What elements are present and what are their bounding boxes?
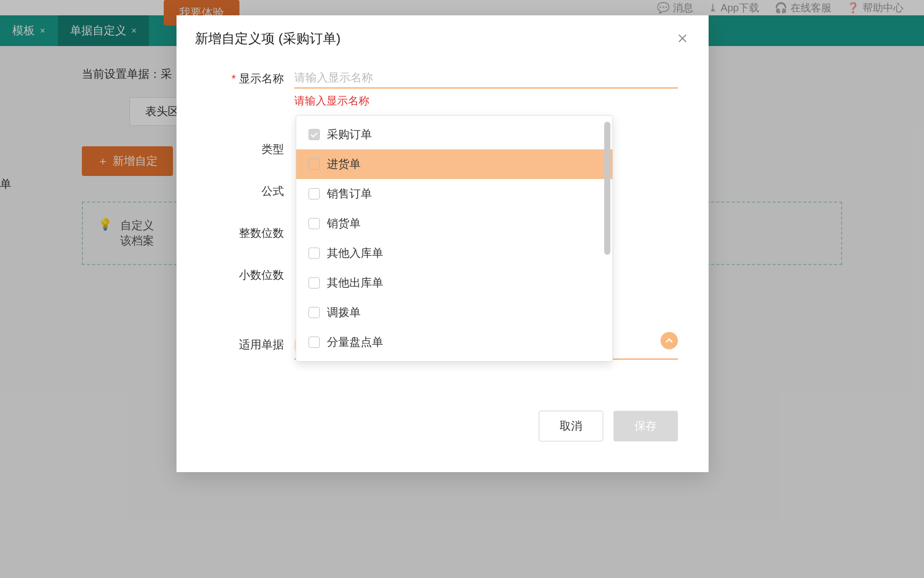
cancel-button[interactable]: 取消 (539, 411, 603, 441)
option-label: 采购订单 (327, 127, 372, 142)
label-applicable: 适用单据 (207, 334, 294, 352)
option-label: 分量盘点单 (327, 335, 383, 350)
option-label: 其他入库单 (327, 246, 383, 261)
option-item[interactable]: 销售订单 (296, 179, 612, 209)
checkbox-icon[interactable] (309, 129, 320, 140)
modal-footer: 取消 保存 (177, 411, 709, 441)
dropdown-list[interactable]: 采购订单进货单销售订单销货单其他入库单其他出库单调拨单分量盘点单 (296, 120, 612, 357)
option-label: 调拨单 (327, 305, 361, 320)
label-display-name: *显示名称 (207, 68, 294, 86)
row-display-name: *显示名称 请输入显示名称 (207, 68, 678, 108)
option-item[interactable]: 进货单 (296, 149, 612, 179)
chevron-up-icon[interactable] (661, 332, 678, 349)
option-item[interactable]: 调拨单 (296, 298, 612, 327)
applicable-docs-dropdown: 采购订单进货单销售订单销货单其他入库单其他出库单调拨单分量盘点单 (296, 115, 613, 362)
display-name-input[interactable] (294, 68, 678, 88)
option-item[interactable]: 销货单 (296, 209, 612, 238)
checkbox-icon[interactable] (309, 248, 320, 259)
checkbox-icon[interactable] (309, 159, 320, 170)
required-star-icon: * (231, 72, 236, 85)
save-button[interactable]: 保存 (613, 411, 678, 441)
checkbox-icon[interactable] (309, 307, 320, 318)
checkbox-icon[interactable] (309, 218, 320, 229)
option-label: 其他出库单 (327, 275, 383, 291)
scrollbar-thumb[interactable] (604, 122, 610, 255)
option-label: 销货单 (327, 216, 361, 231)
label-int-digits: 整数位数 (207, 223, 294, 241)
option-item[interactable]: 其他出库单 (296, 268, 612, 298)
checkbox-icon[interactable] (309, 277, 320, 288)
checkbox-icon[interactable] (309, 337, 320, 348)
display-name-error: 请输入显示名称 (294, 94, 678, 108)
label-formula: 公式 (207, 181, 294, 199)
option-item[interactable]: 分量盘点单 (296, 327, 612, 357)
option-item[interactable]: 采购订单 (296, 120, 612, 149)
option-label: 销售订单 (327, 186, 372, 202)
option-item[interactable]: 其他入库单 (296, 238, 612, 268)
label-type: 类型 (207, 139, 294, 157)
modal-title: 新增自定义项 (采购订单) (195, 30, 341, 48)
label-dec-digits: 小数位数 (207, 264, 294, 283)
checkbox-icon[interactable] (309, 188, 320, 199)
option-label: 进货单 (327, 157, 361, 172)
modal-header: 新增自定义项 (采购订单) (177, 15, 709, 58)
close-icon[interactable] (675, 31, 690, 47)
